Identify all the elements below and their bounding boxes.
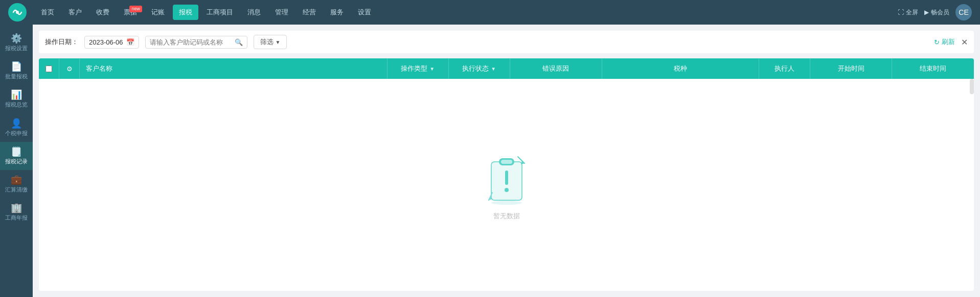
nav-item-customer[interactable]: 客户	[62, 5, 88, 20]
toolbar: 操作日期： 2023-06-06 📅 🔍 筛选 ▼ ↻ 刷新 ✕	[39, 31, 974, 53]
member-icon: ▶	[924, 9, 929, 16]
nav-item-service[interactable]: 服务	[324, 5, 350, 20]
nav-item-fee[interactable]: 收费	[90, 5, 116, 20]
refresh-icon: ↻	[934, 38, 940, 46]
main-layout: ⚙️ 报税设置 📄 批量报税 📊 报税总览 👤 个税申报 🗒️ 报税记录 💼 汇…	[0, 25, 980, 297]
th-gear[interactable]: ⚙	[59, 58, 80, 79]
sidebar-item-annual-report[interactable]: 🏢 工商年报	[0, 198, 33, 226]
top-nav: 首页 客户 收费 票据 new 记账 报税 工商项目 消息 管理 经营 服务 设…	[0, 0, 980, 25]
sidebar-label-tax-settings: 报税设置	[5, 45, 28, 52]
nav-item-biz[interactable]: 工商项目	[200, 5, 239, 20]
calendar-icon: 📅	[126, 38, 134, 46]
svg-rect-5	[505, 171, 508, 185]
sidebar-label-tax-records: 报税记录	[5, 158, 28, 165]
sidebar-label-batch-tax: 批量报税	[5, 73, 28, 80]
th-checkbox[interactable]	[39, 58, 59, 79]
search-icon: 🔍	[235, 38, 243, 46]
sidebar-label-tax-overview: 报税总览	[5, 101, 28, 108]
logo[interactable]	[8, 3, 27, 22]
settings-icon: ⚙	[66, 65, 73, 73]
date-label: 操作日期：	[45, 37, 78, 47]
th-op-type: 操作类型 ▼	[388, 58, 449, 79]
fullscreen-btn[interactable]: ⛶ 全屏	[898, 8, 918, 17]
new-badge: new	[129, 6, 142, 12]
th-status: 执行状态 ▼	[449, 58, 510, 79]
select-all-checkbox[interactable]	[45, 66, 52, 72]
th-error: 错误原因	[510, 58, 602, 79]
filter-btn[interactable]: 筛选 ▼	[254, 35, 287, 49]
nav-item-accounting[interactable]: 记账	[145, 5, 171, 20]
fullscreen-icon: ⛶	[898, 9, 904, 16]
empty-illustration	[481, 149, 532, 205]
sidebar: ⚙️ 报税设置 📄 批量报税 📊 报税总览 👤 个税申报 🗒️ 报税记录 💼 汇…	[0, 25, 33, 297]
filter-label: 筛选	[260, 37, 274, 47]
batch-tax-icon: 📄	[11, 62, 22, 71]
svg-rect-4	[501, 160, 512, 164]
date-value: 2023-06-06	[89, 38, 123, 46]
annual-settle-icon: 💼	[11, 175, 22, 184]
sidebar-item-tax-settings[interactable]: ⚙️ 报税设置	[0, 29, 33, 57]
close-btn[interactable]: ✕	[961, 37, 968, 47]
personal-tax-icon: 👤	[11, 119, 22, 128]
sidebar-item-personal-tax[interactable]: 👤 个税申报	[0, 114, 33, 142]
scrollbar[interactable]	[970, 79, 974, 94]
th-customer-name: 客户名称	[80, 58, 388, 79]
sidebar-item-annual-settle[interactable]: 💼 汇算清缴	[0, 170, 33, 198]
search-input[interactable]	[150, 38, 232, 46]
svg-point-6	[505, 188, 509, 192]
svg-point-1	[16, 11, 19, 14]
sidebar-label-annual-report: 工商年报	[5, 215, 28, 221]
th-executor: 执行人	[759, 58, 810, 79]
annual-report-icon: 🏢	[11, 203, 22, 213]
nav-items: 首页 客户 收费 票据 new 记账 报税 工商项目 消息 管理 经营 服务 设…	[35, 5, 898, 20]
nav-item-manage[interactable]: 管理	[269, 5, 294, 20]
nav-item-tax[interactable]: 报税	[173, 5, 198, 20]
table-header: ⚙ 客户名称 操作类型 ▼ 执行状态 ▼ 错误原因 税种	[39, 58, 974, 79]
sidebar-item-tax-records[interactable]: 🗒️ 报税记录	[0, 142, 33, 170]
filter-icon-op[interactable]: ▼	[429, 66, 435, 72]
avatar[interactable]: CE	[955, 4, 972, 20]
sidebar-item-batch-tax[interactable]: 📄 批量报税	[0, 57, 33, 85]
empty-text: 暂无数据	[493, 211, 520, 221]
member-btn[interactable]: ▶ 畅会员	[924, 8, 949, 17]
refresh-btn[interactable]: ↻ 刷新	[934, 37, 955, 47]
filter-icon-status[interactable]: ▼	[491, 66, 496, 72]
tax-settings-icon: ⚙️	[11, 34, 22, 43]
table-wrapper: ⚙ 客户名称 操作类型 ▼ 执行状态 ▼ 错误原因 税种	[39, 58, 974, 291]
nav-item-settings[interactable]: 设置	[352, 5, 377, 20]
search-box[interactable]: 🔍	[145, 36, 247, 49]
sidebar-label-annual-settle: 汇算清缴	[5, 186, 28, 193]
nav-item-home[interactable]: 首页	[35, 5, 60, 20]
content-area: 操作日期： 2023-06-06 📅 🔍 筛选 ▼ ↻ 刷新 ✕	[33, 25, 980, 297]
th-end-time: 结束时间	[892, 58, 974, 79]
nav-item-message[interactable]: 消息	[241, 5, 267, 20]
nav-item-invoice[interactable]: 票据 new	[118, 5, 143, 20]
th-start-time: 开始时间	[810, 58, 892, 79]
tax-overview-icon: 📊	[11, 90, 22, 99]
th-tax-type: 税种	[602, 58, 759, 79]
table-body: 暂无数据	[39, 79, 974, 291]
sidebar-label-personal-tax: 个税申报	[5, 130, 28, 137]
date-input[interactable]: 2023-06-06 📅	[84, 36, 139, 49]
chevron-down-icon: ▼	[276, 39, 281, 45]
sidebar-item-tax-overview[interactable]: 📊 报税总览	[0, 85, 33, 113]
svg-point-9	[491, 201, 522, 205]
toolbar-right: ↻ 刷新 ✕	[934, 37, 968, 47]
top-right: ⛶ 全屏 ▶ 畅会员 CE	[898, 4, 972, 20]
tax-records-icon: 🗒️	[11, 147, 22, 156]
nav-item-business[interactable]: 经营	[297, 5, 322, 20]
empty-state: 暂无数据	[481, 149, 532, 221]
